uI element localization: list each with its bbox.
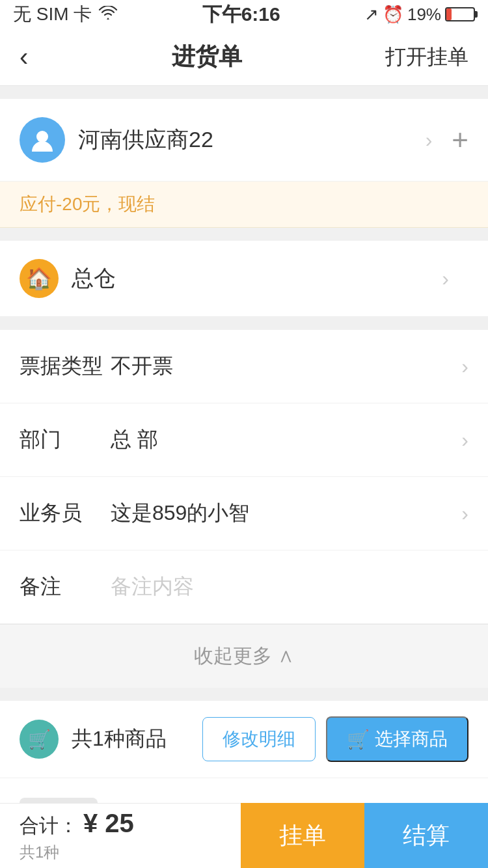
battery-percent: 19%: [407, 5, 441, 25]
hold-button[interactable]: 挂单: [241, 803, 364, 868]
supplier-section: 河南供应商22 › + 应付-20元，现结: [0, 99, 488, 228]
wifi-icon: [98, 4, 118, 25]
department-row[interactable]: 部门 总 部 ›: [0, 403, 488, 477]
department-label: 部门: [20, 426, 111, 454]
warehouse-chevron-icon: ›: [442, 267, 449, 291]
supplier-avatar-icon: [29, 127, 55, 153]
product-count-text: 共1种商品: [72, 725, 202, 753]
svg-point-0: [36, 131, 48, 142]
invoice-type-chevron: ›: [461, 355, 468, 379]
invoice-type-row[interactable]: 票据类型 不开票 ›: [0, 330, 488, 403]
salesperson-row[interactable]: 业务员 这是859的小智 ›: [0, 477, 488, 550]
status-left: 无 SIM 卡: [13, 2, 118, 27]
remark-placeholder: 备注内容: [111, 573, 468, 601]
warehouse-name: 总仓: [72, 264, 442, 293]
divider-3: [0, 688, 488, 701]
collapse-button[interactable]: 收起更多 ∧: [0, 624, 488, 688]
battery-icon: [445, 7, 475, 21]
nav-bar: ‹ 进货单 打开挂单: [0, 29, 488, 86]
footer-total: 合计： ¥ 25 共1种: [0, 803, 241, 868]
supplier-row[interactable]: 河南供应商22 › +: [0, 99, 488, 182]
top-divider: [0, 86, 488, 99]
remark-label: 备注: [20, 573, 111, 601]
cart-icon: 🛒: [347, 729, 370, 750]
footer-total-amount: ¥ 25: [83, 809, 134, 838]
divider-1: [0, 228, 488, 241]
select-product-button[interactable]: 🛒 选择商品: [326, 716, 468, 762]
product-count-icon: 🛒: [20, 720, 59, 759]
page-title: 进货单: [172, 41, 242, 73]
open-hold-button[interactable]: 打开挂单: [385, 43, 468, 72]
remark-row[interactable]: 备注 备注内容: [0, 550, 488, 624]
edit-detail-button[interactable]: 修改明细: [202, 717, 316, 761]
divider-2: [0, 317, 488, 330]
carrier-label: 无 SIM 卡: [13, 2, 92, 27]
salesperson-value: 这是859的小智: [111, 499, 461, 528]
form-section: 票据类型 不开票 › 部门 总 部 › 业务员 这是859的小智 › 备注 备注…: [0, 330, 488, 688]
supplier-avatar: [20, 117, 65, 163]
checkout-button[interactable]: 结算: [364, 803, 488, 868]
department-value: 总 部: [111, 426, 461, 454]
status-right: ↗ ⏰ 19%: [364, 5, 475, 25]
footer: 合计： ¥ 25 共1种 挂单 结算: [0, 803, 488, 868]
add-button[interactable]: +: [452, 124, 468, 156]
alarm-icon: ⏰: [383, 5, 403, 25]
product-header: 🛒 共1种商品 修改明细 🛒 选择商品: [0, 701, 488, 778]
footer-count-label: 共1种: [20, 842, 221, 863]
supplier-chevron-icon: ›: [426, 128, 433, 152]
invoice-type-value: 不开票: [111, 352, 461, 381]
back-button[interactable]: ‹: [20, 42, 28, 72]
salesperson-label: 业务员: [20, 499, 111, 528]
warehouse-icon: 🏠: [20, 259, 59, 298]
salesperson-chevron: ›: [461, 502, 468, 526]
location-icon: ↗: [364, 5, 379, 25]
supplier-notice: 应付-20元，现结: [0, 182, 488, 228]
warehouse-row[interactable]: 🏠 总仓 ›: [0, 241, 488, 317]
footer-total-label: 合计：: [20, 813, 78, 839]
status-bar: 无 SIM 卡 下午6:16 ↗ ⏰ 19%: [0, 0, 488, 29]
supplier-name: 河南供应商22: [78, 125, 426, 155]
status-time: 下午6:16: [202, 1, 280, 28]
invoice-type-label: 票据类型: [20, 352, 111, 381]
department-chevron: ›: [461, 428, 468, 452]
